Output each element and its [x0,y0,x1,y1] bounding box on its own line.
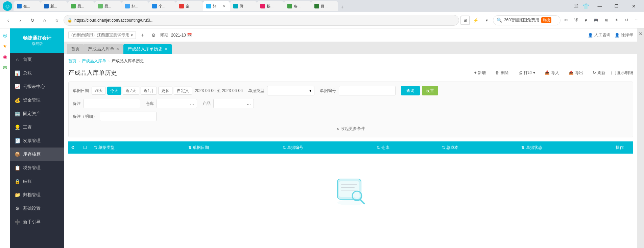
warehouse-select[interactable]: … [157,99,197,108]
add-account-button[interactable]: + [139,31,147,39]
icon-bar-mail[interactable]: ✉ [1,64,9,72]
show-cols-checkbox[interactable] [612,71,616,75]
tab-close-8[interactable]: ✕ [222,4,226,8]
sidebar-item-payroll[interactable]: 👷 工资 [10,120,64,134]
detail-remark-input[interactable] [100,112,157,121]
more-button[interactable]: ⋯ [632,16,641,25]
import-button[interactable]: 📥 导入 [541,68,563,77]
undo-button[interactable]: ↺ [622,16,631,25]
col-header-total-cost[interactable]: ⇅ 总成本 [439,141,519,154]
icon-bar-weibo[interactable]: ◉ [1,53,9,61]
browser-tab-5[interactable]: 好... [122,1,149,11]
export-button[interactable]: 📤 导出 [565,68,587,77]
date-btn-custom[interactable]: 自定义 [174,87,192,95]
page-tab-voucher-history[interactable]: 产成品入库单历史 ✕ [123,44,172,54]
sidebar-item-tax[interactable]: 📋 税务管理 [10,161,64,175]
lightning-button[interactable]: ⚡ [471,16,481,25]
search-bar[interactable]: 🔍 360智能抠图免费用 热搜 [493,15,560,25]
col-header-warehouse[interactable]: ⇅ 仓库 [374,141,439,154]
table-settings-icon[interactable]: ⚙ [71,145,75,150]
theme-button[interactable]: ☀ [612,16,621,25]
browser-tab-7[interactable]: 企... [176,1,203,11]
account-settings-button[interactable]: ⚙ [149,31,158,39]
sidebar-item-closing[interactable]: 🔒 结账 [10,175,64,188]
translate-button[interactable]: 译 [572,16,581,25]
date-btn-7days[interactable]: 近7天 [123,87,139,95]
apps-button[interactable]: ⊞ [602,16,611,25]
page-tab-voucher-history-close[interactable]: ✕ [164,47,168,51]
date-btn-today[interactable]: 今天 [107,87,121,95]
delete-button[interactable]: 🗑 删除 [492,68,512,77]
voucher-type-select[interactable]: ▾ [267,86,314,95]
sidebar-item-report[interactable]: 📈 云报表中心 [10,80,64,93]
browser-tab-10[interactable]: 畅... [257,1,284,11]
refresh-button[interactable]: ↻ 刷新 [589,68,609,77]
sidebar-item-asset[interactable]: 🏢 固定资产 [10,107,64,120]
new-tab-button[interactable]: + [338,3,346,11]
home-button[interactable]: ⌂ [39,15,50,26]
browser-tab-1[interactable]: 在... [14,1,41,11]
browser-tab-8[interactable]: 好... ✕ [203,1,230,11]
refresh-button[interactable]: ↻ [27,15,38,26]
browser-tab-11[interactable]: 各... [284,1,311,11]
sidebar-item-home[interactable]: ⌂ 首页 [10,53,64,66]
address-bar[interactable]: 🔒 https://cloud.chanjet.com/accounting/u… [64,15,459,26]
page-tab-voucher-list[interactable]: 产成品入库单 ✕ [84,44,123,54]
user-menu-button[interactable]: 👤 徐泽华 [615,32,633,38]
sidebar-item-invoice[interactable]: 🧾 发票管理 [10,134,64,148]
icon-bar-app[interactable]: ◎ [1,31,9,39]
game-button[interactable]: 🎮 [591,16,601,25]
table-check-header[interactable]: ☐ [80,141,91,154]
col-header-voucher-status[interactable]: ⇅ 单据状态 [519,141,613,154]
maximize-button[interactable]: ❐ [609,1,624,12]
forward-button[interactable]: › [15,15,26,26]
dropdown-button[interactable]: ▾ [482,16,492,25]
close-button[interactable]: ✕ [626,1,641,12]
voucher-no-input[interactable] [339,86,396,95]
grid-view-button[interactable]: ⊞ [460,16,470,25]
add-button[interactable]: + 新增 [471,68,489,77]
col-header-voucher-date[interactable]: ⇅ 单据日期 [186,141,280,154]
browser-tab-6[interactable]: 个... [149,1,176,11]
page-tab-voucher-list-close[interactable]: ✕ [116,47,119,51]
account-selector[interactable]: (勿删勿禁用）江西服宝测试专用 ▾ [68,31,136,39]
sidebar-item-fund[interactable]: 💰 资金管理 [10,93,64,107]
scissors-button[interactable]: ✂ [562,16,570,25]
bookmark-button[interactable]: ☆ [51,15,62,26]
page-tab-home[interactable]: 首页 [67,44,84,54]
sidebar-item-archive[interactable]: 📁 归档管理 [10,188,64,202]
remark-input[interactable] [84,99,140,108]
right-close-icon[interactable]: ✕ [639,31,643,37]
sidebar-item-settings[interactable]: ⚙ 基础设置 [10,202,64,215]
minimize-button[interactable]: — [592,1,607,12]
col-header-voucher-no[interactable]: ⇅ 单据编号 [280,141,374,154]
breadcrumb-voucher-list[interactable]: 产成品入库单 [82,58,106,64]
breadcrumb-home[interactable]: 首页 [68,58,76,64]
sidebar-item-ledger[interactable]: 📊 总账 [10,66,64,80]
collapse-button[interactable]: ∧ 收起更多条件 [73,125,629,133]
currency-button[interactable]: ¥ [582,16,590,25]
browser-tab-9[interactable]: 腾... [230,1,257,11]
date-btn-1month[interactable]: 近1月 [141,87,157,95]
date-btn-yesterday[interactable]: 昨天 [92,87,106,95]
sidebar-item-inventory[interactable]: 📦 库存核算 [10,148,64,161]
date-btn-more[interactable]: 更多 [158,87,172,95]
back-button[interactable]: ‹ [3,15,14,26]
sidebar-item-guide[interactable]: ➕ 新手引导 [10,215,64,229]
icon-bar-star[interactable]: ★ [1,42,9,50]
service-button[interactable]: 👤 人工咨询 [588,32,611,38]
setting-button[interactable]: 设置 [422,86,438,95]
checkbox-all-icon[interactable]: ☐ [83,145,87,150]
product-select[interactable]: … [213,99,254,108]
table-settings-header[interactable]: ⚙ [68,141,80,154]
period-value[interactable]: 2021-10 📅 [171,33,192,38]
query-button[interactable]: 查询 [401,86,420,95]
browser-tab-12[interactable]: 目... [311,1,338,11]
browser-tab-2[interactable]: 新... [41,1,68,11]
browser-tab-3[interactable]: 易... [68,1,95,11]
print-button[interactable]: 🖨 打印 ▾ [515,68,539,77]
browser-tab-4[interactable]: 易... [95,1,122,11]
col-header-voucher-type[interactable]: ⇅ 单据类型 [91,141,186,154]
show-cols-toggle[interactable]: 显示明细 [612,70,633,76]
right-close-panel[interactable]: ✕ [637,28,644,248]
